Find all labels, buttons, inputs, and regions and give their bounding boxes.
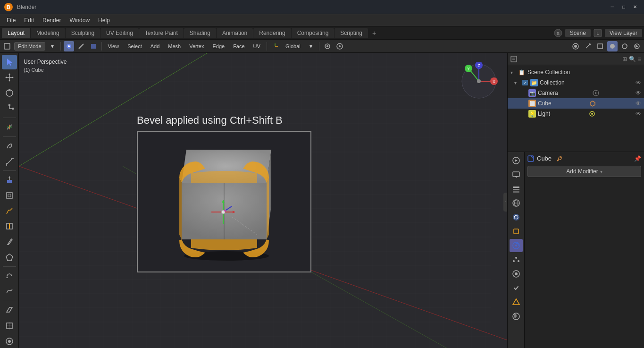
camera-eye-icon[interactable]: 👁 [636,90,641,96]
prop-output-icon[interactable] [510,168,523,181]
bevel-tool[interactable] [2,204,17,218]
menu-window[interactable]: Window [66,16,93,25]
tab-texture-paint[interactable]: Texture Paint [139,28,184,38]
lt-separator-3 [3,170,16,171]
menu-render[interactable]: Render [39,16,65,25]
outliner-item-collection[interactable]: ▾ ✓ 📁 Collection 👁 [508,77,644,88]
tab-rendering[interactable]: Rendering [253,28,291,38]
show-overlays-icon[interactable] [570,41,581,51]
transform-tool[interactable] [2,120,17,135]
mesh-menu[interactable]: Mesh [165,42,184,50]
light-eye-icon[interactable]: 👁 [636,110,641,117]
poly-build-tool[interactable] [2,250,17,264]
scene-name[interactable]: Scene [565,29,591,37]
face-menu[interactable]: Face [230,42,248,50]
add-cube-tool[interactable] [2,318,17,333]
outliner-filter2-icon[interactable]: ≡ [638,56,641,62]
vertex-menu[interactable]: Vertex [186,42,207,50]
prop-particle-icon[interactable] [510,253,523,266]
face-select-icon[interactable] [88,41,99,51]
outliner-item-scene-collection[interactable]: ▾ 📋 Scene Collection [508,67,644,77]
edge-menu[interactable]: Edge [209,42,228,50]
shear-tool[interactable] [2,303,17,318]
svg-text:S: S [557,31,560,36]
transform-orient-selector[interactable]: Global [282,42,304,50]
collection-eye-icon[interactable]: 👁 [636,79,641,86]
proportional-icon[interactable] [335,41,345,51]
menu-file[interactable]: File [3,16,19,25]
viewport-shading-solid[interactable] [607,41,618,51]
knife-tool[interactable] [2,235,17,249]
rotate-tool[interactable] [2,85,17,100]
outliner-item-cube[interactable]: ▸ ⬜ Cube 👁 [508,98,644,109]
smooth-tool[interactable] [2,284,17,299]
prop-world-icon[interactable] [510,211,523,224]
collection-visibility-icon[interactable]: ✓ [522,79,528,86]
viewport-3d[interactable]: User Perspective (1) Cube Bevel applied … [19,53,507,348]
viewport-shading-wire[interactable] [595,41,605,51]
prop-physics-icon[interactable] [510,267,523,280]
menu-edit[interactable]: Edit [20,16,38,25]
measure-tool[interactable] [2,154,17,169]
prop-render-icon[interactable] [510,154,523,167]
inset-tool[interactable] [2,188,17,203]
move-tool[interactable] [2,70,17,85]
prop-object-icon[interactable] [510,225,523,238]
edge-select-icon[interactable] [76,41,86,51]
mode-dropdown[interactable]: ▾ [47,41,58,51]
prop-data-icon[interactable] [510,296,523,309]
tab-scripting[interactable]: Scripting [335,28,368,38]
add-modifier-button[interactable]: Add Modifier ▾ [527,166,641,177]
add-menu[interactable]: Add [147,42,163,50]
cursor-tool[interactable] [2,55,17,69]
prop-material-icon[interactable] [510,310,523,323]
mode-selector[interactable]: Edit Mode [14,42,45,51]
tab-compositing[interactable]: Compositing [292,28,335,38]
prop-modifier-icon[interactable] [510,239,523,252]
transform-dropdown[interactable]: ▾ [306,41,316,51]
tab-modeling[interactable]: Modeling [31,28,65,38]
outliner-filter-icon[interactable]: ⊞ [622,56,627,62]
scene-controls: S Scene L View Layer [554,29,642,37]
scale-tool[interactable] [2,101,17,116]
loop-cut-tool[interactable] [2,219,17,234]
viewport-right-collapse[interactable]: ‹ [503,193,507,212]
tab-animation[interactable]: Animation [217,28,253,38]
prop-constraints-icon[interactable] [510,281,523,295]
annotate-tool[interactable] [2,139,17,153]
viewport-shading-render[interactable] [632,41,642,51]
view-layer-name[interactable]: View Layer [605,29,642,37]
prop-view-layer-icon[interactable] [510,182,523,195]
settings-tool[interactable] [2,334,17,348]
outliner-item-camera[interactable]: ▸ 📷 Camera 👁 [508,88,644,98]
cube-eye-icon[interactable]: 👁 [636,100,641,107]
add-workspace-button[interactable]: + [368,28,380,38]
show-gizmos-icon[interactable] [583,41,593,51]
outliner-item-light[interactable]: ▸ 💡 Light 👁 [508,109,644,119]
menu-help[interactable]: Help [94,16,114,25]
spin-tool[interactable] [2,269,17,283]
tab-sculpting[interactable]: Sculpting [66,28,100,38]
pin-button[interactable]: 📌 [634,155,641,162]
select-menu[interactable]: Select [124,42,145,50]
tab-shading[interactable]: Shading [184,28,216,38]
scene-collection-icon: 📋 [518,68,526,76]
prop-scene-icon[interactable] [510,196,523,210]
tab-uv-editing[interactable]: UV Editing [100,28,139,38]
uv-menu[interactable]: UV [250,42,264,50]
minimize-button[interactable]: ─ [607,2,618,12]
vertex-select-icon[interactable] [64,41,74,51]
maximize-button[interactable]: □ [619,2,629,12]
extrude-tool[interactable] [2,173,17,187]
close-button[interactable]: ✕ [630,2,640,12]
viewport-shading-material[interactable] [619,41,630,51]
lt-separator-1 [3,118,16,118]
svg-point-159 [515,245,517,246]
outliner-search-icon[interactable]: 🔍 [629,56,636,62]
snap-icon[interactable] [322,41,333,51]
tab-layout[interactable]: Layout [2,28,30,38]
view-menu[interactable]: View [105,42,123,50]
nav-gizmo[interactable]: X Y Z [460,62,498,100]
svg-rect-21 [598,44,602,49]
scene-icon: S [554,29,562,37]
